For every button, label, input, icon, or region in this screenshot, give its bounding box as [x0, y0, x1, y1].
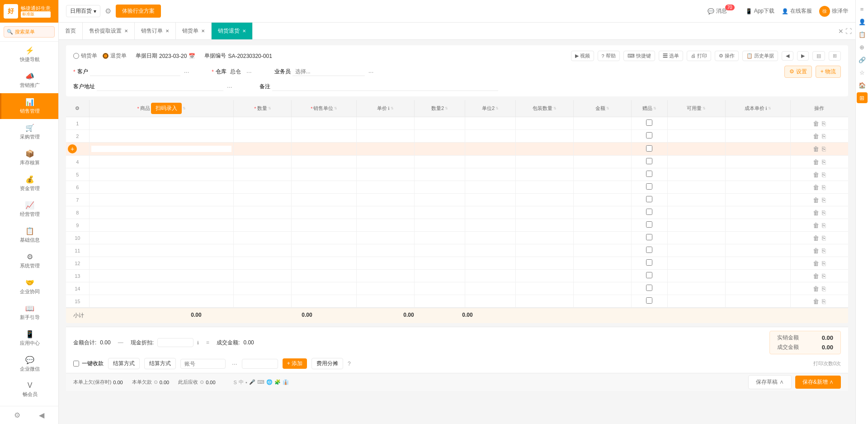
gift-checkbox[interactable]	[646, 247, 652, 253]
delete-row-btn[interactable]: 🗑	[813, 234, 819, 242]
unit2-cell[interactable]	[465, 206, 516, 219]
messages-btn[interactable]: 💬 消息 70	[708, 7, 738, 15]
gift-checkbox[interactable]	[646, 221, 652, 228]
goods-cell[interactable]	[89, 168, 234, 181]
copy-row-btn[interactable]: ⎘	[822, 120, 826, 127]
help-btn[interactable]: ? 帮助	[598, 51, 620, 61]
pack-qty-cell[interactable]	[515, 130, 573, 143]
select-bill-btn[interactable]: ☰ 选单	[659, 51, 683, 61]
qty-sort-icon[interactable]: ⇅	[268, 106, 271, 110]
sales-unit-cell[interactable]	[292, 156, 357, 168]
qty2-cell[interactable]	[415, 270, 465, 282]
amount-cell[interactable]	[573, 270, 631, 282]
cost-price-info-icon[interactable]: ℹ	[765, 106, 767, 111]
salesperson-input[interactable]	[292, 67, 365, 76]
pack-qty-cell[interactable]	[515, 168, 573, 181]
unit2-cell[interactable]	[465, 181, 516, 194]
qty-cell[interactable]	[234, 219, 292, 232]
cost-price-cell[interactable]	[725, 295, 790, 308]
user-profile-btn[interactable]: 徐 徐泽华	[819, 6, 848, 17]
delete-row-btn[interactable]: 🗑	[813, 196, 819, 204]
industry-select[interactable]: 日用百货 ▾	[66, 5, 100, 17]
sales-unit-cell[interactable]	[292, 244, 357, 257]
return-radio[interactable]	[103, 53, 108, 59]
unit-price-cell[interactable]	[357, 232, 415, 244]
qty-cell[interactable]	[234, 270, 292, 282]
account-select-dots[interactable]: ···	[232, 360, 237, 367]
sidebar-item-inventory[interactable]: 📦 库存核算	[0, 145, 58, 171]
sales-unit-cell[interactable]	[292, 257, 357, 270]
amount-cell[interactable]	[573, 206, 631, 219]
cost-price-cell[interactable]	[725, 206, 790, 219]
sales-unit-cell[interactable]	[292, 295, 357, 308]
settings-icon[interactable]: ⚙	[75, 105, 80, 111]
experience-btn[interactable]: 体验行业方案	[116, 5, 161, 18]
unit2-cell[interactable]	[465, 219, 516, 232]
qty-cell[interactable]	[234, 244, 292, 257]
gift-checkbox[interactable]	[646, 234, 652, 240]
delete-row-btn[interactable]: 🗑	[813, 272, 819, 280]
cost-price-cell[interactable]	[725, 194, 790, 206]
expense-btn[interactable]: 费用分摊	[311, 358, 343, 369]
next-record-btn[interactable]: ▶	[797, 51, 809, 61]
qty-cell[interactable]	[234, 143, 292, 156]
goods-sort-icon[interactable]: ⇅	[183, 106, 186, 110]
close-tab-icon[interactable]: ✕	[838, 28, 844, 35]
tab-home[interactable]: 首页	[59, 23, 83, 40]
copy-row-btn[interactable]: ⎘	[822, 260, 826, 267]
unit-price-cell[interactable]	[357, 206, 415, 219]
tab-price-extract-close[interactable]: ✕	[124, 29, 128, 33]
delete-row-btn[interactable]: 🗑	[813, 247, 819, 254]
unit2-cell[interactable]	[465, 156, 516, 168]
sidebar-item-sales[interactable]: 📊 销售管理	[0, 93, 58, 119]
qty-cell[interactable]	[234, 168, 292, 181]
unit-price-cell[interactable]	[357, 295, 415, 308]
gift-checkbox[interactable]	[646, 119, 652, 126]
qty-cell[interactable]	[234, 130, 292, 143]
pack-qty-cell[interactable]	[515, 181, 573, 194]
pack-qty-cell[interactable]	[515, 282, 573, 295]
qty2-cell[interactable]	[415, 156, 465, 168]
goods-cell[interactable]	[89, 181, 234, 194]
gift-checkbox[interactable]	[646, 285, 652, 291]
sale-type-option[interactable]: 销货单	[73, 52, 97, 60]
available-cell[interactable]	[667, 257, 725, 270]
copy-row-btn[interactable]: ⎘	[822, 209, 826, 216]
tab-sales-order-close[interactable]: ✕	[165, 29, 169, 33]
delete-row-btn[interactable]: 🗑	[813, 145, 819, 152]
unit2-cell[interactable]	[465, 257, 516, 270]
sales-unit-cell[interactable]	[292, 194, 357, 206]
unit2-cell[interactable]	[465, 295, 516, 308]
amount-cell[interactable]	[573, 295, 631, 308]
salesperson-select-dots[interactable]: ···	[368, 68, 374, 76]
available-cell[interactable]	[667, 143, 725, 156]
expense-info-icon[interactable]: ?	[348, 361, 351, 367]
tool4-icon[interactable]: ⌨	[257, 379, 264, 385]
available-cell[interactable]	[667, 270, 725, 282]
save-draft-btn[interactable]: 保存草稿 ∧	[748, 375, 791, 389]
pack-qty-cell[interactable]	[515, 156, 573, 168]
right-sidebar-icon-2[interactable]: 👤	[857, 16, 868, 27]
unit-price-cell[interactable]	[357, 282, 415, 295]
pack-qty-cell[interactable]	[515, 257, 573, 270]
gift-checkbox[interactable]	[646, 171, 652, 177]
qty2-cell[interactable]	[415, 219, 465, 232]
cost-price-cell[interactable]	[725, 232, 790, 244]
grid-view-btn[interactable]: ⊞	[829, 51, 841, 61]
amount-cell[interactable]	[573, 156, 631, 168]
qty2-cell[interactable]	[415, 282, 465, 295]
available-cell[interactable]	[667, 295, 725, 308]
shortcut-btn[interactable]: ⌨ 快捷键	[623, 51, 655, 61]
amount-cell[interactable]	[573, 257, 631, 270]
cost-price-sort-icon[interactable]: ⇅	[768, 106, 771, 110]
sales-unit-cell[interactable]	[292, 270, 357, 282]
unit-price-sort-icon[interactable]: ⇅	[391, 106, 394, 110]
qty2-cell[interactable]	[415, 295, 465, 308]
pack-qty-cell[interactable]	[515, 206, 573, 219]
qty2-cell[interactable]	[415, 130, 465, 143]
goods-cell[interactable]	[89, 244, 234, 257]
remark-input[interactable]	[272, 82, 498, 91]
right-sidebar-icon-6[interactable]: ☆	[857, 67, 868, 78]
setting-btn[interactable]: ⚙ 设置	[784, 66, 811, 78]
amount-cell[interactable]	[573, 282, 631, 295]
